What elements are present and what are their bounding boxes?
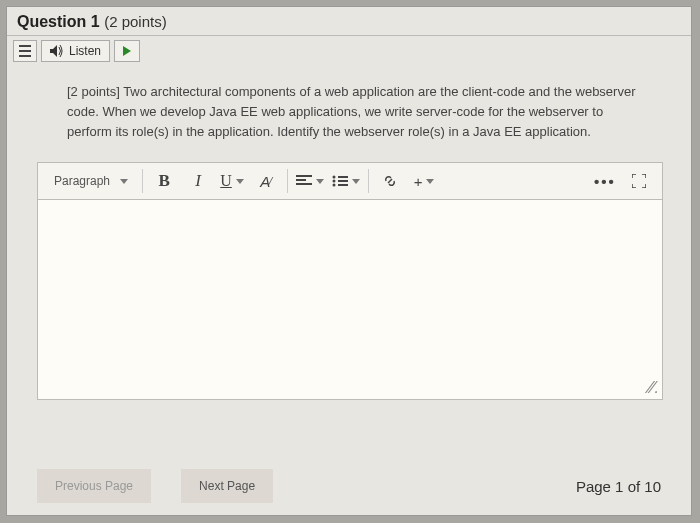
- bullet-list-icon: [332, 175, 348, 187]
- listen-row: Listen: [7, 36, 691, 68]
- page-footer: Previous Page Next Page Page 1 of 10: [7, 469, 691, 503]
- paragraph-style-dropdown[interactable]: Paragraph: [44, 166, 138, 196]
- fullscreen-button[interactable]: [622, 166, 656, 196]
- rich-text-editor: Paragraph B I U A⁄: [37, 162, 663, 400]
- link-button[interactable]: [373, 166, 407, 196]
- align-left-icon: [296, 175, 312, 187]
- expand-icon: [632, 174, 646, 188]
- question-prompt: [2 points] Two architectural components …: [7, 68, 691, 152]
- chevron-down-icon: [120, 179, 128, 184]
- quiz-page: Question 1 (2 points) Listen [2 points] …: [6, 6, 692, 516]
- chevron-down-icon: [236, 179, 244, 184]
- svg-marker-0: [50, 45, 57, 57]
- chevron-down-icon: [426, 179, 434, 184]
- chevron-down-icon: [352, 179, 360, 184]
- speaker-icon: [50, 45, 64, 57]
- page-indicator: Page 1 of 10: [576, 478, 661, 495]
- play-button[interactable]: [114, 40, 140, 62]
- resize-handle-icon[interactable]: ⁄⁄.: [649, 379, 659, 397]
- editor-textarea[interactable]: ⁄⁄.: [37, 200, 663, 400]
- font-color-button[interactable]: A⁄: [249, 166, 283, 196]
- italic-button[interactable]: I: [181, 166, 215, 196]
- question-number: Question 1: [17, 13, 100, 30]
- svg-point-5: [333, 180, 336, 183]
- listen-label: Listen: [69, 44, 101, 58]
- more-button[interactable]: •••: [588, 166, 622, 196]
- editor-toolbar: Paragraph B I U A⁄: [37, 162, 663, 200]
- next-page-button[interactable]: Next Page: [181, 469, 273, 503]
- listen-button[interactable]: Listen: [41, 40, 110, 62]
- previous-page-button[interactable]: Previous Page: [37, 469, 151, 503]
- menu-icon[interactable]: [13, 40, 37, 62]
- chevron-down-icon: [316, 179, 324, 184]
- insert-dropdown[interactable]: +: [407, 166, 441, 196]
- link-icon: [382, 173, 398, 189]
- question-points: (2 points): [104, 13, 167, 30]
- question-header: Question 1 (2 points): [7, 7, 691, 36]
- underline-button[interactable]: U: [215, 166, 249, 196]
- bold-button[interactable]: B: [147, 166, 181, 196]
- align-dropdown[interactable]: [292, 166, 328, 196]
- svg-point-4: [333, 176, 336, 179]
- play-icon: [123, 46, 131, 56]
- list-dropdown[interactable]: [328, 166, 364, 196]
- svg-point-6: [333, 184, 336, 187]
